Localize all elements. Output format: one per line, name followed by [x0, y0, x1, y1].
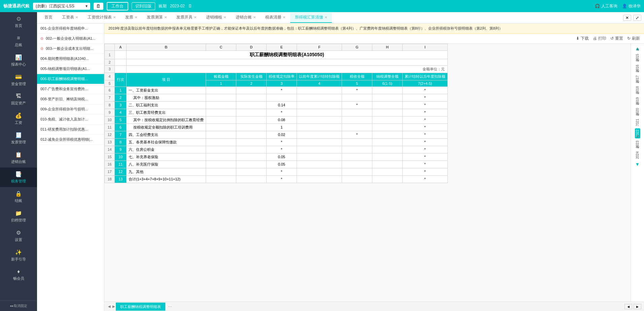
list-item-002[interactable]: ⊙002-一般企业收入明细表(A1... [37, 34, 104, 44]
user-menu[interactable]: 👤 徐泽华 [622, 3, 641, 9]
tab-close-inout-check[interactable]: ✕ [224, 15, 226, 19]
sidebar-item-payroll[interactable]: 💰 工资 [0, 109, 37, 129]
year-down-btn[interactable]: ▼ [635, 161, 641, 168]
print-label: 打印 [598, 36, 606, 41]
spreadsheet-container[interactable]: A B C D E F G H I [104, 44, 631, 302]
sidebar-item-invoice-mgmt[interactable]: 🧾 发票管理 [0, 129, 37, 148]
sidebar-item-fixed-assets[interactable]: 🏗 固定资产 [0, 90, 37, 109]
year-btn-2024年[interactable]: 2024年 [635, 150, 640, 160]
year-btn-2021年[interactable]: 2021年 [635, 117, 640, 128]
scroll-right-btn[interactable]: ► [111, 304, 116, 309]
sidebar-item-report-center[interactable]: 📊 报表中心 [0, 51, 37, 70]
sidebar-label-archive: 归档管理 [11, 218, 26, 223]
year-btn-2018年[interactable]: 2018年 [635, 85, 640, 95]
company-label: (勿删）江西皖宝-LSS [36, 3, 74, 9]
year-btn-2020年[interactable]: 2020年 [635, 107, 640, 117]
list-item-005[interactable]: 005-纳税调整项目明细表(A1... [37, 64, 104, 74]
sidebar-bottom-cancel[interactable]: ◂◂ 取消固定 [0, 301, 37, 311]
table-row: 15 10 七、补充养老保险 0.05 * [105, 153, 448, 161]
tab-home[interactable]: 首页 [40, 12, 57, 23]
cancel-fixed-label: 取消固定 [14, 304, 27, 308]
top-bar-right: 🎧 人工客询 👤 徐泽华 [595, 3, 641, 9]
tab-invoice-calc[interactable]: 发票测算 ✕ [142, 12, 172, 23]
asset-mgmt-icon: 💳 [15, 74, 22, 80]
sidebar-label-home: 首页 [15, 23, 22, 28]
sidebar-item-archive[interactable]: 📁 归档管理 [0, 207, 37, 226]
new-guide-icon: ✨ [15, 249, 22, 255]
tab-payroll-stats[interactable]: 工资统计报表 ✕ [83, 12, 121, 23]
sidebar-item-settings[interactable]: ⚙ 设置 [0, 226, 37, 246]
close-all-btn[interactable]: ✕ [623, 15, 631, 21]
sidebar-item-general-ledger[interactable]: ≡ 总账 [0, 32, 37, 51]
list-item-011[interactable]: 011-研发费用加计扣除优惠... [37, 125, 104, 135]
year-btn-2022年[interactable]: 2022年 [635, 128, 640, 138]
company-selector[interactable]: (勿删）江西皖宝-LSS ▾ [33, 3, 90, 10]
sidebar-label-closing: 结账 [15, 198, 22, 203]
sidebar-item-new-guide[interactable]: ✨ 新手引导 [0, 246, 37, 265]
switch-old-btn[interactable]: 切到旧版 [132, 2, 155, 10]
bottom-dots: ⋯ [168, 304, 172, 309]
tab-close-inout-ledger[interactable]: ✕ [253, 15, 256, 19]
tab-invoice-open[interactable]: 发票开具 ✕ [172, 12, 201, 23]
year-btn-2017年[interactable]: 2017年 [635, 74, 640, 84]
bottom-scroll-right[interactable]: ► [634, 304, 641, 309]
top-bar: 畅捷通易代账 (勿删）江西皖宝-LSS ▾ 🗓 工作台 切到旧版 账期 2023… [0, 0, 644, 12]
list-item-007[interactable]: 007-广告费和业务宣传费跨... [37, 84, 104, 94]
year-btn-2016年[interactable]: 2016年 [635, 63, 640, 73]
tab-close-tax-clearance[interactable]: ✕ [283, 15, 285, 19]
list-item-009[interactable]: 009-企业所得税弥补亏损明... [37, 104, 104, 114]
list-item-001[interactable]: 001-企业所得税年度纳税申... [37, 24, 104, 34]
workbench-btn[interactable]: 工作台 [107, 2, 128, 10]
list-item-012[interactable]: 012-减免企业所得税优惠明细(... [37, 135, 104, 145]
table-row: 16 11 八、补充医疗保险 0.05 * [105, 161, 448, 168]
sidebar-item-closing[interactable]: 🔒 结账 [0, 187, 37, 207]
logo: 畅捷通易代账 [3, 3, 30, 9]
settings-icon: ⚙ [16, 230, 21, 236]
maximize-btn[interactable]: ⤢ [633, 15, 641, 21]
fixed-assets-icon: 🏗 [16, 93, 21, 99]
table-row: 12 7 四、工会经费支出 0.02 * * [105, 131, 448, 138]
tab-close-payroll-stats[interactable]: ✕ [113, 15, 116, 19]
sidebar-item-vip[interactable]: ♦ 畅会员 [0, 265, 37, 284]
list-item-006[interactable]: 006-职工薪酬纳税调整明细... [37, 74, 104, 84]
year-btn-2015年[interactable]: 2015年 [635, 53, 640, 63]
reset-btn[interactable]: ↺ 重置 [610, 36, 623, 41]
sidebar-item-tax-mgmt[interactable]: 📑 税务管理 [0, 168, 37, 187]
tab-close-payroll[interactable]: ✕ [75, 15, 78, 19]
list-item-008[interactable]: 008-资产折旧、摊销及纳税... [37, 94, 104, 104]
sidebar-label-invoice-mgmt: 发票管理 [11, 140, 26, 145]
table-row: 8 3 二、职工福利支出 0.14 * * [105, 101, 448, 109]
sidebar-item-asset-mgmt[interactable]: 💳 资金管理 [0, 70, 37, 90]
scroll-left-btn[interactable]: ◄ [107, 304, 111, 309]
year-up-btn[interactable]: ▲ [635, 45, 641, 52]
tab-invoice[interactable]: 发票 ✕ [121, 12, 142, 23]
tab-inout-ledger[interactable]: 进销台账 ✕ [231, 12, 261, 23]
main-panel: 2019年度涉及取以前年度结转数据的申报表单元格需要手工维护正确，才能保证本年及… [104, 24, 644, 311]
year-btn-2023年[interactable]: 2023年 [635, 139, 640, 149]
refresh-icon: ↻ [627, 36, 631, 41]
tab-tax-clearance[interactable]: 税表清册 ✕ [261, 12, 290, 23]
list-item-003[interactable]: ⊙003-一般企业成本支出明细... [37, 44, 104, 54]
tab-close-invoice-open[interactable]: ✕ [194, 15, 197, 19]
tab-payroll[interactable]: 工资表 ✕ [57, 12, 83, 23]
bottom-tab-active[interactable]: 职工薪酬纳税调整明细表 [116, 303, 165, 311]
print-btn[interactable]: 🖨 打印 [593, 36, 606, 41]
list-item-010[interactable]: 010-免税、减计收入及加计... [37, 114, 104, 125]
tab-income-tax[interactable]: 所得税汇算清缴 ✕ [290, 12, 332, 23]
tab-close-invoice[interactable]: ✕ [135, 15, 137, 19]
sidebar-item-inout-ledger[interactable]: 📋 进销台账 [0, 148, 37, 168]
payroll-icon: 💰 [15, 112, 22, 119]
refresh-btn[interactable]: ↻ 刷新 [627, 36, 640, 41]
tab-close-income-tax[interactable]: ✕ [325, 15, 327, 19]
download-btn[interactable]: ⬇ 下载 [576, 36, 589, 41]
calendar-icon-btn[interactable]: 🗓 [94, 3, 103, 10]
bottom-scroll-left[interactable]: ◄ [624, 304, 632, 309]
cancel-fixed-icon: ◂◂ [10, 304, 13, 308]
tab-inout-check[interactable]: 进销稽核 ✕ [201, 12, 231, 23]
warning-bar: 2019年度涉及取以前年度结转数据的申报表单元格需要手工维护正确，才能保证本年及… [104, 24, 644, 34]
tab-close-invoice-calc[interactable]: ✕ [164, 15, 167, 19]
year-btn-2019年[interactable]: 2019年 [635, 96, 640, 106]
sidebar-item-home[interactable]: ⊙ 首页 [0, 12, 37, 32]
support-btn[interactable]: 🎧 人工客询 [595, 3, 617, 9]
list-item-004[interactable]: 004-期间费用明细表(A1040... [37, 54, 104, 64]
